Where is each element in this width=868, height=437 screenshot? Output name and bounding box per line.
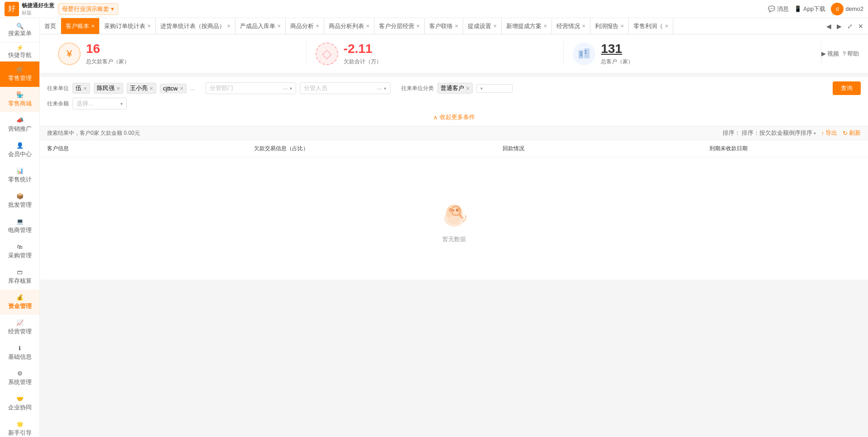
tab-close-icon[interactable]: ✕	[416, 24, 420, 28]
tab-customer-contact[interactable]: 客户联络 ✕	[425, 18, 463, 34]
overdue-customers-label: 总欠款客户（家）	[86, 58, 129, 66]
message-btn[interactable]: 💬 消息	[768, 5, 789, 13]
tabs-expand-btn[interactable]: ⤢	[845, 22, 854, 31]
help-label: 帮助	[847, 50, 859, 58]
sidebar-item-purchase-mgmt[interactable]: 🛍 采购管理	[0, 239, 39, 264]
app-download-btn[interactable]: 📱 App下载	[794, 5, 825, 13]
stat-item-overdue-total: ◇ -2.11 欠款合计（万）	[307, 42, 564, 66]
sidebar-item-member-center[interactable]: 👤 会员中心	[0, 138, 39, 163]
sidebar-item-inventory[interactable]: 🗃 库存核算	[0, 264, 39, 290]
tab-close-icon[interactable]: ✕	[316, 24, 319, 28]
tab-label: 商品分析列表	[329, 22, 364, 30]
filter-person-clear-icon[interactable]: ···	[377, 85, 382, 92]
sidebar-item-enterprise-collab[interactable]: 🤝 企业协同	[0, 391, 39, 416]
workspace-selector[interactable]: 母婴行业演示账套 ▾	[58, 3, 118, 15]
filter-dept-clear-icon[interactable]: ···	[283, 85, 288, 92]
tab-close-icon[interactable]: ✕	[582, 24, 585, 28]
tab-inbound-stats[interactable]: 进货单统计表（按商品） ✕	[156, 18, 235, 34]
tab-ops-situation[interactable]: 经营情况 ✕	[552, 18, 590, 34]
tab-retail-profit[interactable]: 零售利润（ ✕	[629, 18, 673, 34]
video-btn[interactable]: ▶ 视频	[821, 50, 839, 58]
tab-close-icon[interactable]: ✕	[277, 24, 281, 28]
filter-tag-unit-class-0[interactable]: 普通客户 ✕	[437, 83, 473, 94]
tab-close-icon[interactable]: ✕	[366, 24, 369, 28]
sidebar-item-system-mgmt[interactable]: ⚙ 系统管理	[0, 366, 39, 391]
sidebar-quick-nav[interactable]: ⚡ 快捷导航	[0, 43, 39, 62]
sidebar-item-label: 采购管理	[8, 252, 32, 260]
filter-dept-select[interactable]: 分管部门 ··· ▾	[206, 82, 296, 94]
filter-unit-class-select[interactable]: ▾	[476, 84, 513, 93]
tab-close-icon[interactable]: ✕	[91, 24, 95, 28]
filter-person-select[interactable]: 分管人员 ··· ▾	[300, 82, 390, 94]
query-button[interactable]: 查询	[833, 81, 861, 95]
sidebar-item-retail-stats[interactable]: 📊 零售统计	[0, 163, 39, 188]
filter-balance-select[interactable]: 选择... ▾	[72, 98, 127, 109]
tab-home[interactable]: 首页	[40, 18, 61, 34]
filter-tag-close-icon[interactable]: ✕	[180, 86, 183, 91]
tab-customer-balance[interactable]: 客户账本 ✕	[61, 18, 100, 34]
tabs-actions: ◀ ▶ ⤢ ✕	[822, 22, 868, 31]
table-header-row: 客户信息 欠款交易信息（占比） 回款情况 到期未收款日期	[40, 140, 868, 157]
tab-tip-settings[interactable]: 提成设置 ✕	[463, 18, 502, 34]
tab-label: 零售利润（	[633, 22, 663, 30]
collapse-btn[interactable]: ∧ 收起更多条件	[433, 113, 475, 121]
username-label: demo2	[845, 5, 863, 12]
tab-close-icon[interactable]: ✕	[147, 24, 151, 28]
user-avatar-area[interactable]: d demo2	[831, 3, 863, 15]
filter-tag-unit-3[interactable]: cjttcw ✕	[160, 84, 187, 93]
filter-tag-close-icon[interactable]: ✕	[116, 86, 120, 91]
sidebar-item-basic-info[interactable]: ℹ 基础信息	[0, 340, 39, 366]
tab-customer-segment[interactable]: 客户分层经营 ✕	[374, 18, 425, 34]
sidebar-item-wholesale-mgmt[interactable]: 📦 批发管理	[0, 188, 39, 214]
filter-tag-close-icon[interactable]: ✕	[83, 86, 87, 91]
empty-state: 暂无数据	[40, 157, 868, 280]
tab-close-icon[interactable]: ✕	[620, 24, 624, 28]
tabs-close-all-btn[interactable]: ✕	[856, 22, 865, 31]
filter-tag-unit-1[interactable]: 陈民强 ✕	[94, 83, 123, 94]
refresh-btn[interactable]: ↻ 刷新	[843, 129, 861, 137]
tab-product-analysis[interactable]: 商品分析 ✕	[286, 18, 324, 34]
col-due-date: 到期未收款日期	[702, 140, 868, 157]
sidebar-search[interactable]: 🔍 搜索菜单	[0, 18, 39, 43]
filter-tag-close-icon[interactable]: ✕	[149, 86, 153, 91]
export-label: 导出	[825, 129, 837, 137]
filter-tag-unit-0[interactable]: 伍 ✕	[72, 83, 90, 94]
tabs-next-btn[interactable]: ▶	[835, 22, 844, 31]
chevron-down-icon: ▾	[480, 86, 483, 91]
overdue-total-label: 欠款合计（万）	[344, 58, 382, 66]
refresh-label: 刷新	[849, 129, 861, 137]
sidebar-item-label: 新手引导	[8, 429, 32, 437]
sidebar-item-retail-mall[interactable]: 🏪 零售商城	[0, 87, 39, 112]
filter-person-label: 分管人员	[304, 84, 327, 92]
sidebar-item-ecommerce-mgmt[interactable]: 💻 电商管理	[0, 214, 39, 239]
tab-new-tip-plan[interactable]: 新增提成方案 ✕	[502, 18, 552, 34]
overdue-customers-icon: ¥	[58, 43, 81, 65]
sidebar-item-funds-mgmt[interactable]: 💰 资金管理	[0, 290, 39, 315]
tab-product-analysis-list[interactable]: 商品分析列表 ✕	[324, 18, 374, 34]
export-btn[interactable]: ↑ 导出	[821, 129, 838, 137]
sidebar-item-retail-mgmt[interactable]: 🛒 零售管理	[0, 62, 39, 87]
tab-purchase-order-stats[interactable]: 采购订单统计表 ✕	[100, 18, 156, 34]
tab-close-icon[interactable]: ✕	[227, 24, 230, 28]
tabs-prev-btn[interactable]: ◀	[825, 22, 833, 31]
content-area: 首页 客户账本 ✕ 采购订单统计表 ✕ 进货单统计表（按商品） ✕ 产成品入库单…	[40, 18, 868, 437]
sidebar-item-marketing[interactable]: 📣 营销推广	[0, 112, 39, 138]
tab-close-icon[interactable]: ✕	[455, 24, 458, 28]
sidebar-item-new-guide[interactable]: 🌟 新手引导	[0, 416, 39, 437]
tab-close-icon[interactable]: ✕	[493, 24, 497, 28]
sort-selector[interactable]: 排序： 排序：按欠款金额倒序排序 ▾	[723, 129, 816, 137]
results-bar: 搜索结果中，客户0家 欠款金额 0.00元 排序： 排序：按欠款金额倒序排序 ▾…	[40, 126, 868, 140]
filter-more-btn[interactable]: ...	[190, 85, 195, 91]
data-table: 客户信息 欠款交易信息（占比） 回款情况 到期未收款日期	[40, 140, 868, 157]
retail-mall-icon: 🏪	[16, 91, 24, 98]
tab-product-inbound[interactable]: 产成品入库单 ✕	[235, 18, 286, 34]
filter-tag-close-icon[interactable]: ✕	[466, 86, 470, 91]
tab-close-icon[interactable]: ✕	[543, 24, 547, 28]
tab-close-icon[interactable]: ✕	[665, 24, 668, 28]
chevron-down-icon: ▾	[290, 86, 292, 91]
sidebar-item-operations-mgmt[interactable]: 📈 经营管理	[0, 315, 39, 340]
avatar: d	[831, 3, 844, 15]
help-btn[interactable]: ? 帮助	[843, 50, 859, 58]
filter-tag-unit-2[interactable]: 王小亮 ✕	[127, 83, 156, 94]
tab-profit-report[interactable]: 利润报告 ✕	[590, 18, 629, 34]
